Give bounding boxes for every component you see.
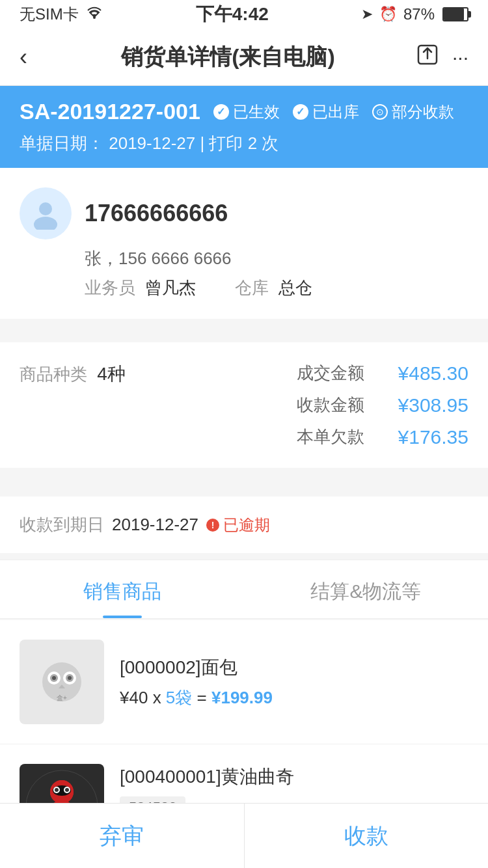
- overdue-icon: !: [206, 519, 219, 532]
- amount-value: ¥485.30: [377, 362, 468, 385]
- status-bar: 无SIM卡 下午4:42 ➤ ⏰ 87%: [0, 0, 488, 29]
- status-right: ➤ ⏰ 87%: [361, 5, 468, 23]
- clock-icon: ⊙: [372, 104, 388, 120]
- check-icon-1: ✓: [213, 104, 229, 120]
- stats-section: 商品种类 4种 成交金额 ¥485.30 收款金额 ¥308.95 本单欠款 ¥…: [0, 342, 488, 468]
- more-button[interactable]: ···: [452, 46, 468, 68]
- nav-actions: ···: [416, 43, 468, 71]
- location-icon: ➤: [361, 6, 373, 23]
- share-button[interactable]: [416, 43, 439, 71]
- due-date-value: 2019-12-27: [112, 515, 198, 535]
- product-item-1: 盒+ [0000002]面包 ¥40 x 5袋 = ¥199.99: [0, 620, 488, 744]
- svg-point-10: [68, 676, 72, 680]
- owed-label: 本单欠款: [297, 426, 364, 448]
- stats-right: 成交金额 ¥485.30 收款金额 ¥308.95 本单欠款 ¥176.35: [297, 362, 468, 448]
- due-label: 收款到期日: [20, 513, 104, 536]
- product-thumb-1: 盒+: [20, 640, 104, 724]
- svg-point-2: [39, 202, 52, 215]
- back-button[interactable]: ‹: [20, 44, 40, 71]
- customer-name-phone: 张，156 6666 6666: [20, 247, 468, 270]
- status-time: 下午4:42: [196, 2, 269, 27]
- carrier-label: 无SIM卡: [20, 4, 79, 25]
- overdue-label: 已逾期: [223, 515, 270, 536]
- svg-point-3: [34, 217, 57, 230]
- svg-point-20: [65, 788, 69, 792]
- due-section: 收款到期日 2019-12-27 ! 已逾期: [0, 491, 488, 553]
- type-value: 4种: [97, 364, 126, 384]
- customer-id: 17666666666: [85, 200, 228, 227]
- product-total-1: ¥199.99: [211, 688, 273, 707]
- warehouse-label: 仓库: [235, 278, 269, 297]
- badge-effective: ✓ 已生效: [213, 102, 280, 122]
- svg-text:盒+: 盒+: [57, 694, 67, 701]
- battery-label: 87%: [403, 5, 435, 23]
- sales-rep-label: 业务员: [85, 278, 135, 297]
- section-separator-1: [0, 332, 488, 342]
- collect-payment-button[interactable]: 收款: [245, 804, 489, 868]
- tab-sales-products[interactable]: 销售商品: [0, 560, 244, 618]
- alarm-icon: ⏰: [379, 6, 397, 23]
- svg-point-19: [55, 788, 59, 792]
- wifi-icon: [85, 5, 103, 23]
- product-name-1: [0000002]面包: [120, 655, 468, 680]
- badge-shipped: ✓ 已出库: [293, 102, 359, 122]
- stats-left: 商品种类 4种: [20, 362, 126, 387]
- product-qty-1: 5袋: [166, 688, 197, 707]
- tabs-section: 销售商品 结算&物流等: [0, 560, 488, 619]
- tab-settlement-logistics[interactable]: 结算&物流等: [244, 560, 488, 618]
- type-label: 商品种类: [20, 364, 87, 384]
- product-name-2: [000400001]黄油曲奇: [120, 765, 468, 789]
- svg-point-0: [93, 16, 96, 19]
- page-title: 销货单详情(来自电脑): [40, 42, 416, 72]
- reject-review-button[interactable]: 弃审: [0, 804, 245, 868]
- nav-bar: ‹ 销货单详情(来自电脑) ···: [0, 29, 488, 86]
- stat-row-received: 收款金额 ¥308.95: [297, 394, 468, 416]
- product-price-1: ¥40 x 5袋 = ¥199.99: [120, 686, 468, 709]
- received-label: 收款金额: [297, 394, 364, 416]
- avatar: [20, 187, 72, 239]
- battery-icon: [442, 7, 468, 21]
- order-date-row: 单据日期： 2019-12-27 | 打印 2 次: [20, 132, 468, 155]
- section-separator-2: [0, 481, 488, 491]
- customer-section: 17666666666 张，156 6666 6666 业务员 曾凡杰 仓库 总…: [0, 168, 488, 319]
- order-id: SA-20191227-001: [20, 99, 200, 124]
- amount-label: 成交金额: [297, 362, 364, 385]
- stat-row-owed: 本单欠款 ¥176.35: [297, 426, 468, 448]
- badge-partial-payment: ⊙ 部分收款: [372, 102, 454, 122]
- stat-row-amount: 成交金额 ¥485.30: [297, 362, 468, 385]
- check-icon-2: ✓: [293, 104, 308, 120]
- product-info-1: [0000002]面包 ¥40 x 5袋 = ¥199.99: [120, 655, 468, 709]
- customer-meta: 业务员 曾凡杰 仓库 总仓: [20, 277, 468, 299]
- bottom-bar: 弃审 收款: [0, 803, 488, 868]
- warehouse-value: 总仓: [278, 278, 312, 297]
- status-left: 无SIM卡: [20, 4, 103, 25]
- order-header: SA-20191227-001 ✓ 已生效 ✓ 已出库 ⊙ 部分收款 单据日期：…: [0, 86, 488, 168]
- received-value: ¥308.95: [377, 394, 468, 416]
- sales-rep-value: 曾凡杰: [145, 278, 196, 297]
- svg-point-9: [52, 676, 56, 680]
- overdue-badge: ! 已逾期: [206, 515, 270, 536]
- owed-value: ¥176.35: [377, 426, 468, 448]
